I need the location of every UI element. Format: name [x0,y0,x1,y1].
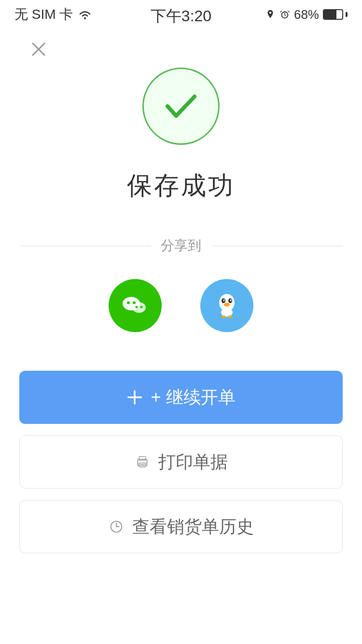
share-divider: 分享到 [19,237,343,255]
share-section: 分享到 [0,237,362,332]
share-qq-button[interactable] [200,279,253,332]
svg-point-0 [84,17,86,19]
battery-icon [323,9,348,20]
history-label: 查看销货单历史 [132,515,254,539]
share-label: 分享到 [151,237,211,255]
share-wechat-button[interactable] [109,279,162,332]
alarm-icon [279,9,290,20]
wifi-icon [78,9,92,20]
svg-point-17 [221,316,226,318]
action-buttons: + 继续开单 打印单据 查看销货单历史 [0,371,362,553]
plus-icon [126,389,143,406]
status-time: 下午3:20 [151,6,211,27]
svg-point-8 [136,306,138,308]
continue-label: + 继续开单 [151,386,235,409]
status-bar: 无 SIM 卡 下午3:20 68% [0,0,362,29]
svg-rect-22 [139,463,145,467]
success-icon-circle [142,68,220,145]
svg-point-6 [127,301,130,304]
battery-percent: 68% [294,7,319,22]
history-button[interactable]: 查看销货单历史 [19,500,343,553]
status-carrier: 无 SIM 卡 [14,5,92,24]
svg-point-7 [133,301,136,304]
svg-point-13 [223,299,225,301]
svg-point-9 [140,306,143,308]
history-icon [108,518,125,535]
continue-button[interactable]: + 继续开单 [19,371,343,424]
print-icon [134,454,151,470]
status-right: 68% [265,7,348,22]
print-label: 打印单据 [158,450,228,474]
svg-point-15 [224,303,230,307]
svg-point-16 [221,308,233,317]
success-title: 保存成功 [127,169,235,203]
svg-point-14 [230,299,232,301]
print-button[interactable]: 打印单据 [19,435,343,489]
share-icons [19,279,343,332]
close-button[interactable] [24,35,53,64]
location-icon [265,9,276,20]
checkmark-icon [162,86,200,126]
svg-point-18 [228,316,233,318]
main-content: 保存成功 分享到 [0,29,362,553]
